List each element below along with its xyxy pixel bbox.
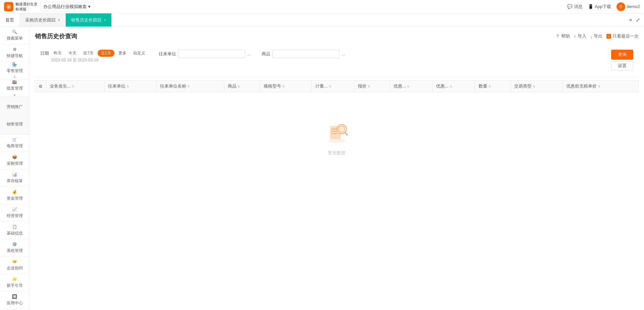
- user-menu[interactable]: D demo2: [616, 2, 640, 11]
- svg-line-8: [345, 133, 347, 135]
- col-discount1[interactable]: 优惠... ⇅: [390, 81, 433, 92]
- logo-area: 6 畅捷通好生意 标准版: [4, 2, 38, 11]
- sidebar-item-label: 资金管理: [7, 196, 23, 201]
- col-quantity[interactable]: 数量 ⇅: [475, 81, 511, 92]
- query-button[interactable]: 查询: [611, 50, 633, 60]
- sidebar-item-basic-info[interactable]: 📋 基础信息: [0, 222, 29, 239]
- close-purchase-tab[interactable]: ×: [58, 18, 60, 22]
- sidebar-item-enterprise-collab[interactable]: 🤝 企业协同: [0, 257, 29, 274]
- page-title: 销售历史价查询: [35, 32, 77, 40]
- date-btn-today[interactable]: 今天: [66, 50, 79, 57]
- partner-dots-btn[interactable]: ...: [247, 51, 251, 56]
- sidebar-item-label: 应用中心: [7, 300, 23, 306]
- sidebar-item-finance-mgmt[interactable]: 💰 资金管理: [0, 187, 29, 204]
- inventory-icon: 📊: [12, 172, 17, 177]
- date-btn-yesterday[interactable]: 昨天: [51, 50, 64, 57]
- col-biz-date[interactable]: 业务发生... ⇅: [46, 81, 105, 92]
- only-last-checkbox[interactable]: 只看最后一次: [606, 33, 639, 39]
- app-download-btn[interactable]: 📱 App下载: [588, 4, 611, 10]
- col-spec[interactable]: 规格型号 ⇅: [260, 81, 312, 92]
- sidebar-item-label: 销售管理: [7, 121, 23, 127]
- sort-icon: ⇅: [488, 85, 491, 88]
- filters-container: 日期 昨天 今天 近7天 近1月 更多 自定义 2023-02-18: [35, 46, 639, 78]
- sidebar-item-label: 库存核算: [7, 178, 23, 184]
- close-all-tabs-btn[interactable]: ×: [629, 17, 632, 23]
- sidebar-item-label: 电商管理: [7, 143, 23, 149]
- message-btn[interactable]: 💬 消息: [567, 4, 583, 10]
- svg-text:6: 6: [8, 5, 9, 8]
- tab-home[interactable]: 首页: [0, 13, 20, 27]
- app-selector[interactable]: 办公用品行业模拟账套 ▾: [40, 2, 94, 11]
- guide-icon: 🌟: [12, 277, 17, 281]
- sidebar-item-label: 经营管理: [7, 213, 23, 219]
- sidebar-item-search-menu[interactable]: 🔍 搜索菜单: [0, 27, 29, 44]
- data-table: ⚙ 业务发生... ⇅ 往来单位: [35, 80, 639, 92]
- purchase-icon: 📦: [12, 155, 17, 159]
- sidebar-item-operations-mgmt[interactable]: 📈 经营管理: [0, 204, 29, 222]
- col-unit[interactable]: 计量... ⇅: [312, 81, 355, 92]
- page-actions: ？ 帮助 ↑ 导入 ↓ 导出 只看最后一次: [555, 33, 639, 39]
- sidebar-item-marketing[interactable]: 营销推广: [0, 98, 29, 115]
- empty-icon: [323, 119, 350, 146]
- help-btn[interactable]: ？ 帮助: [555, 33, 570, 39]
- col-partner-code[interactable]: 往来单位 ⇅: [105, 81, 156, 92]
- sidebar-item-ecommerce-mgmt[interactable]: 🛒 电商管理: [0, 135, 29, 152]
- sidebar-item-quick-nav[interactable]: ⊞ 快捷导航: [0, 44, 29, 62]
- col-goods[interactable]: 商品 ⇅: [224, 81, 260, 92]
- col-quote[interactable]: 报价 ⇅: [354, 81, 390, 92]
- goods-dots-btn[interactable]: ...: [341, 51, 345, 56]
- export-btn[interactable]: ↓ 导出: [590, 33, 603, 39]
- date-range-text: 2023-02-18 至 2023-03-18: [51, 58, 98, 62]
- close-sales-tab[interactable]: ×: [104, 18, 106, 22]
- system-icon: ⚙️: [12, 242, 17, 247]
- wholesale-icon: 🏬: [12, 80, 17, 84]
- operations-icon: 📈: [12, 207, 17, 212]
- sidebar-item-app-center[interactable]: 🔲 应用中心: [0, 292, 29, 309]
- col-gear[interactable]: ⚙: [35, 81, 46, 92]
- sidebar-item-retail-mgmt[interactable]: 🏪 零售管理 ▾: [0, 62, 29, 79]
- partner-input[interactable]: [178, 50, 245, 58]
- expand-btn[interactable]: ⤢: [636, 17, 640, 23]
- tab-sales-history[interactable]: 销售历史价跟踪 ×: [66, 13, 112, 27]
- col-discount2[interactable]: 优惠... ⇅: [433, 81, 475, 92]
- goods-input[interactable]: [272, 50, 339, 58]
- collab-icon: 🤝: [12, 259, 17, 264]
- sidebar-item-purchase-mgmt[interactable]: 📦 采购管理: [0, 152, 29, 169]
- chevron-up-icon: ▴: [14, 93, 15, 96]
- purchase-history-label: 采购历史价跟踪: [25, 17, 56, 23]
- date-btn-more[interactable]: 更多: [116, 50, 129, 57]
- sidebar-item-sales-mgmt[interactable]: 销售管理: [0, 115, 29, 133]
- date-label: 日期: [40, 50, 49, 56]
- sidebar-item-wholesale-mgmt[interactable]: 🏬 批发管理 ▴: [0, 79, 29, 97]
- sidebar-item-new-guide[interactable]: 🌟 新手引导: [0, 274, 29, 292]
- sidebar-item-system-mgmt[interactable]: ⚙️ 系统管理: [0, 239, 29, 257]
- tabbar: 首页 采购历史价跟踪 × 销售历史价跟踪 × × ⤢: [0, 13, 644, 27]
- goods-label: 商品: [262, 51, 270, 57]
- col-partner-name[interactable]: 往来单位名称 ⇅: [156, 81, 224, 92]
- home-tab-label: 首页: [5, 17, 14, 23]
- tab-purchase-history[interactable]: 采购历史价跟踪 ×: [20, 13, 66, 27]
- sidebar-item-label: 采购管理: [7, 161, 23, 166]
- sidebar-item-inventory[interactable]: 📊 库存核算: [0, 169, 29, 187]
- date-btn-1month[interactable]: 近1月: [98, 50, 115, 57]
- col-trade-type[interactable]: 交易类型 ⇅: [511, 81, 562, 92]
- sidebar-item-label: 新手引导: [7, 283, 23, 289]
- sort-icon: ⇅: [598, 85, 600, 88]
- logo-icon: 6: [4, 2, 13, 11]
- sort-icon: ⇅: [72, 85, 74, 88]
- date-btn-7days[interactable]: 近7天: [80, 50, 96, 57]
- content: 销售历史价查询 ？ 帮助 ↑ 导入 ↓ 导出: [30, 27, 644, 310]
- table-header: ⚙ 业务发生... ⇅ 往来单位: [35, 81, 639, 92]
- date-btn-custom[interactable]: 自定义: [130, 50, 148, 57]
- sidebar-item-label: 零售管理: [7, 68, 23, 74]
- sidebar-item-label: 系统管理: [7, 248, 23, 254]
- ecommerce-icon: 🛒: [12, 137, 17, 142]
- setting-button[interactable]: 设置: [611, 61, 633, 70]
- sort-icon: ⇅: [329, 85, 331, 88]
- main-layout: 🔍 搜索菜单 ⊞ 快捷导航 🏪 零售管理 ▾ 🏬 批发管理 ▴ 营销推广 销售管…: [0, 27, 644, 310]
- sidebar-item-label: 企业协同: [7, 265, 23, 271]
- download-icon: 📱: [588, 4, 593, 9]
- sidebar-item-label: 营销推广: [7, 104, 23, 110]
- import-btn[interactable]: ↑ 导入: [574, 33, 586, 39]
- col-pretax-price[interactable]: 优惠前无税单价 ⇅: [562, 81, 638, 92]
